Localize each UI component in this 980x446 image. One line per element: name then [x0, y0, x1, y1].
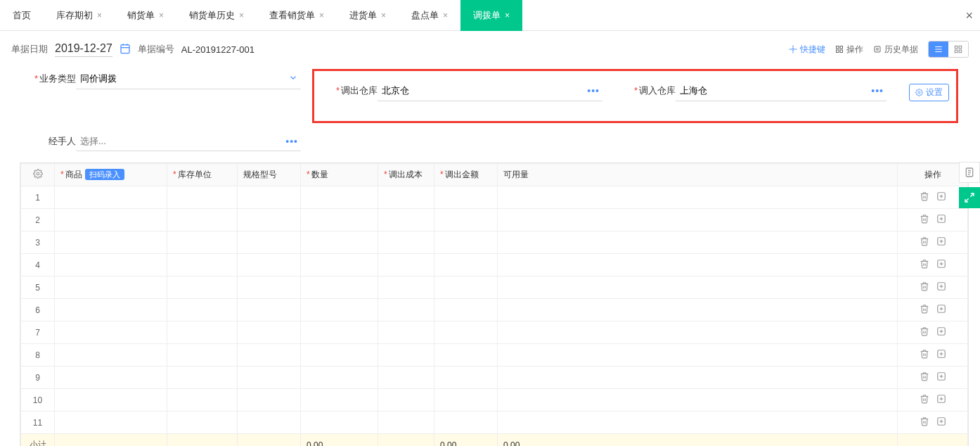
table-row[interactable]: 10	[21, 389, 968, 412]
svg-line-58	[970, 193, 974, 197]
svg-point-19	[918, 91, 920, 94]
tab-transfer[interactable]: 调拨单×	[460, 0, 522, 31]
tab-inventory-init[interactable]: 库存期初×	[44, 0, 115, 31]
delete-row-icon[interactable]	[920, 371, 929, 383]
shortcut-link[interactable]: 快捷键	[789, 44, 825, 56]
out-warehouse-field: *调出仓库 •••	[321, 81, 602, 101]
add-row-icon[interactable]	[936, 214, 946, 226]
view-grid-button[interactable]	[948, 42, 968, 57]
doc-no-value: AL-20191227-001	[181, 44, 254, 55]
delete-row-icon[interactable]	[920, 394, 929, 406]
biz-type-select[interactable]	[76, 69, 301, 89]
close-icon[interactable]: ×	[319, 11, 324, 20]
toolbar: 单据日期 2019-12-27 单据编号 AL-20191227-001 快捷键…	[0, 31, 980, 65]
close-icon[interactable]: ×	[239, 11, 244, 20]
close-icon[interactable]: ×	[505, 11, 510, 20]
close-icon[interactable]: ×	[97, 11, 102, 20]
svg-rect-0	[121, 44, 129, 53]
table-row[interactable]: 8	[21, 344, 968, 367]
table-row[interactable]: 3	[21, 231, 968, 254]
tab-view-sales[interactable]: 查看销货单×	[257, 0, 337, 31]
close-icon[interactable]: ×	[159, 11, 164, 20]
subtotal-row: 小计 0.00 0.00 0.00	[21, 434, 968, 447]
side-expand-button[interactable]	[959, 187, 980, 208]
delete-row-icon[interactable]	[920, 191, 929, 203]
tab-sales-history[interactable]: 销货单历史×	[176, 0, 257, 31]
tab-purchase[interactable]: 进货单×	[337, 0, 399, 31]
add-row-icon[interactable]	[936, 304, 946, 316]
handler-select[interactable]: •••	[76, 132, 301, 151]
biz-type-field: *业务类型	[20, 69, 301, 89]
line-items-table: *商品扫码录入 *库存单位 规格型号 *数量 *调出成本 *调出金额 可用量 操…	[20, 163, 969, 446]
svg-rect-17	[955, 50, 958, 53]
add-row-icon[interactable]	[936, 326, 946, 338]
date-label: 单据日期	[11, 43, 48, 56]
add-row-icon[interactable]	[936, 236, 946, 248]
delete-row-icon[interactable]	[920, 259, 929, 271]
doc-no-label: 单据编号	[138, 43, 174, 56]
svg-rect-16	[959, 46, 962, 49]
svg-rect-6	[840, 46, 843, 49]
calendar-icon[interactable]	[120, 43, 131, 56]
svg-line-59	[965, 198, 969, 202]
svg-rect-15	[955, 46, 958, 49]
delete-row-icon[interactable]	[920, 214, 929, 226]
scan-entry-button[interactable]: 扫码录入	[85, 169, 124, 180]
table-row[interactable]: 6	[21, 299, 968, 321]
view-toggle	[928, 41, 969, 58]
more-icon[interactable]: •••	[871, 85, 884, 96]
add-row-icon[interactable]	[936, 394, 946, 406]
delete-row-icon[interactable]	[920, 281, 929, 293]
delete-row-icon[interactable]	[920, 304, 929, 316]
side-notes-button[interactable]	[959, 162, 980, 183]
view-list-button[interactable]	[929, 42, 948, 57]
add-row-icon[interactable]	[936, 349, 946, 361]
in-warehouse-field: *调入仓库 •••	[619, 81, 886, 101]
delete-row-icon[interactable]	[920, 349, 929, 361]
gear-icon[interactable]	[33, 171, 43, 181]
add-row-icon[interactable]	[936, 371, 946, 383]
svg-rect-18	[959, 50, 962, 53]
close-icon[interactable]: ×	[381, 11, 386, 20]
table-row[interactable]: 2	[21, 209, 968, 231]
delete-row-icon[interactable]	[920, 416, 929, 428]
svg-point-20	[37, 172, 39, 175]
operate-link[interactable]: 操作	[835, 44, 863, 56]
chevron-down-icon[interactable]	[288, 72, 298, 84]
handler-field: 经手人 •••	[20, 132, 301, 151]
table-row[interactable]: 7	[21, 321, 968, 344]
history-link[interactable]: 历史单据	[873, 44, 918, 56]
table-row[interactable]: 1	[21, 186, 968, 209]
delete-row-icon[interactable]	[920, 236, 929, 248]
add-row-icon[interactable]	[936, 416, 946, 428]
delete-row-icon[interactable]	[920, 326, 929, 338]
tab-sales-order[interactable]: 销货单×	[115, 0, 176, 31]
table-row[interactable]: 5	[21, 276, 968, 299]
in-warehouse-select[interactable]: •••	[676, 81, 886, 101]
svg-point-4	[792, 49, 794, 51]
table-row[interactable]: 4	[21, 254, 968, 276]
date-value[interactable]: 2019-12-27	[55, 42, 112, 57]
add-row-icon[interactable]	[936, 259, 946, 271]
svg-rect-9	[875, 46, 880, 52]
out-warehouse-select[interactable]: •••	[378, 81, 602, 101]
table-row[interactable]: 11	[21, 412, 968, 434]
close-all-icon[interactable]: ×	[965, 8, 973, 23]
more-icon[interactable]: •••	[587, 85, 600, 96]
tab-home[interactable]: 首页	[0, 0, 44, 31]
highlighted-warehouse-section: *调出仓库 ••• *调入仓库 ••• 设置	[312, 69, 958, 123]
more-icon[interactable]: •••	[285, 136, 298, 147]
svg-rect-7	[837, 50, 839, 53]
add-row-icon[interactable]	[936, 281, 946, 293]
add-row-icon[interactable]	[936, 191, 946, 203]
close-icon[interactable]: ×	[443, 11, 448, 20]
table-row[interactable]: 9	[21, 367, 968, 389]
svg-rect-8	[840, 50, 843, 53]
settings-button[interactable]: 设置	[909, 84, 949, 101]
tab-stocktake[interactable]: 盘点单×	[399, 0, 460, 31]
tab-bar: 首页 库存期初× 销货单× 销货单历史× 查看销货单× 进货单× 盘点单× 调拨…	[0, 0, 980, 31]
svg-rect-5	[837, 46, 839, 49]
